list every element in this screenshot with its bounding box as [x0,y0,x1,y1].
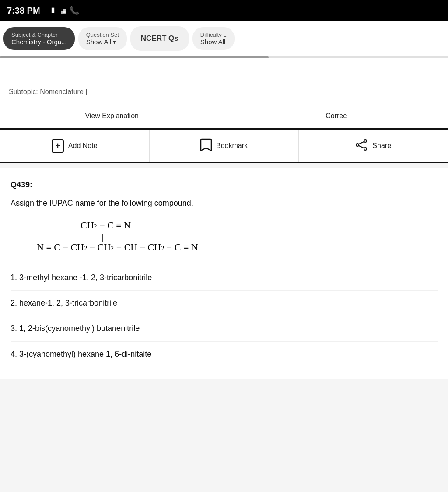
view-explanation-button[interactable]: View Explanation [0,104,224,128]
note-icon: + [52,139,64,153]
content-spacer [0,58,448,80]
grid-icon: ▦ [60,7,66,14]
pause-icon: ⏸ [49,6,57,15]
scroll-indicator [0,56,448,58]
svg-line-4 [359,146,364,148]
svg-point-0 [364,140,367,142]
status-icons: ⏸ ▦ 📞 [49,6,79,15]
correct-button[interactable]: Correc [224,104,448,128]
question-set-chip-label: Question Set [86,32,119,38]
status-time: 7:38 PM [7,6,40,16]
chem-formula-bottom: N ≡ C − CH2 − CH2 − CH − CH2 − C ≡ N [37,242,198,253]
question-id: Q439: [10,180,438,190]
share-button[interactable]: Share [299,130,448,162]
scroll-thumb [0,56,269,58]
svg-point-2 [356,144,359,146]
option-4-num: 4. [10,350,19,358]
action-row: View Explanation Correc [0,104,448,128]
difficulty-chip-value: Show All [200,38,226,46]
difficulty-chip-label: Difficulty L [200,32,227,38]
option-3-text: 1, 2-bis(cyanomethyl) butanenitrile [19,324,140,333]
question-card: Q439: Assign the IUPAC name for the foll… [0,168,448,379]
option-2-text: hexane-1, 2, 3-tricarbonitrile [19,299,117,307]
options-list: 1. 3-methyl hexane -1, 2, 3-tricarbonitr… [10,265,438,367]
svg-point-1 [364,148,367,150]
question-set-chip-value: Show All ▾ [86,38,117,46]
bottom-action-bar: + Add Note Bookmark Share [0,128,448,163]
svg-line-3 [359,142,364,144]
option-1-num: 1. [10,273,19,282]
phone-icon: 📞 [70,6,79,15]
subject-chapter-chip[interactable]: Subject & Chapter Chemistry - Orga... [4,27,75,50]
option-3-num: 3. [10,324,19,333]
chevron-down-icon: ▾ [113,38,116,46]
option-1[interactable]: 1. 3-methyl hexane -1, 2, 3-tricarbonitr… [10,265,438,291]
option-1-text: 3-methyl hexane -1, 2, 3-tricarbonitrile [19,273,152,282]
subject-chapter-chip-value: Chemistry - Orga... [11,38,67,46]
subtopic-row: Subtopic: Nomenclature | [0,80,448,104]
question-text: Assign the IUPAC name for the following … [10,197,438,209]
option-4-text: 3-(cyanomethyl) hexane 1, 6-di-nitaite [19,350,151,358]
question-set-chip[interactable]: Question Set Show All ▾ [78,27,127,50]
option-3[interactable]: 3. 1, 2-bis(cyanomethyl) butanenitrile [10,316,438,341]
subject-chapter-chip-label: Subject & Chapter [11,32,58,38]
bookmark-button[interactable]: Bookmark [150,130,299,162]
option-2-num: 2. [10,299,19,307]
chem-formula-top: CH2 − C ≡ N [80,220,131,231]
chemical-formula: CH2 − C ≡ N | N ≡ C − CH2 − CH2 − CH − C… [10,220,438,253]
difficulty-chip[interactable]: Difficulty L Show All [192,27,234,50]
share-icon [356,139,368,152]
add-note-button[interactable]: + Add Note [0,130,150,162]
option-4[interactable]: 4. 3-(cyanomethyl) hexane 1, 6-di-nitait… [10,342,438,367]
ncert-qs-chip[interactable]: NCERT Qs [130,26,189,51]
status-bar: 7:38 PM ⏸ ▦ 📞 [0,0,448,21]
option-2[interactable]: 2. hexane-1, 2, 3-tricarbonitrile [10,291,438,316]
bookmark-icon [200,138,212,153]
subtopic-label: Subtopic: [9,88,38,95]
subtopic-value: Nomenclature | [40,88,87,95]
chem-formula-connector: | [102,232,103,242]
filter-bar: Subject & Chapter Chemistry - Orga... Qu… [0,21,448,56]
